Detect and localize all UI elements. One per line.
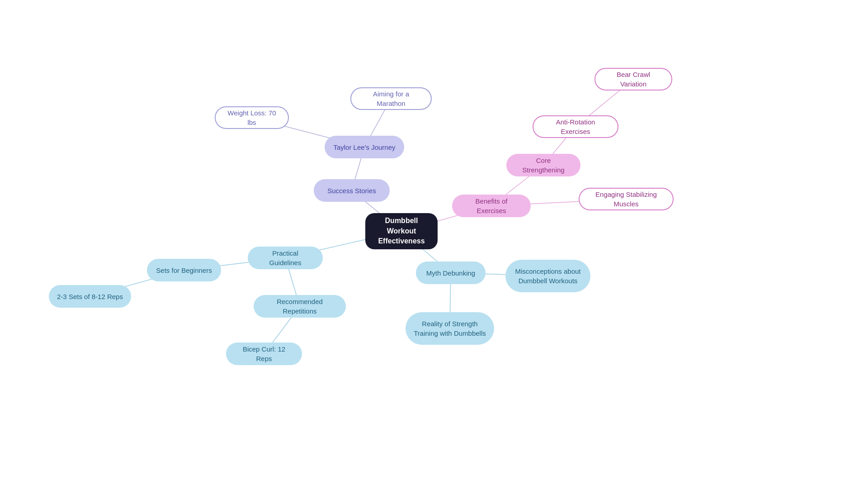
node-engagingStabilizing[interactable]: Engaging Stabilizing Muscles [579, 188, 674, 210]
node-bicepCurl[interactable]: Bicep Curl: 12 Reps [226, 343, 302, 365]
node-misconceptions[interactable]: Misconceptions about Dumbbell Workouts [505, 260, 590, 292]
node-realityStrength[interactable]: Reality of Strength Training with Dumbbe… [406, 312, 494, 345]
node-practicalGuidelines[interactable]: Practical Guidelines [248, 247, 323, 269]
node-coreStrengthening[interactable]: Core Strengthening [506, 154, 580, 176]
node-sets2to3[interactable]: 2-3 Sets of 8-12 Reps [49, 285, 131, 308]
node-mythDebunking[interactable]: Myth Debunking [416, 262, 486, 284]
node-benefitsExercises[interactable]: Benefits of Exercises [452, 195, 531, 217]
node-center[interactable]: Dumbbell Workout Effectiveness [365, 213, 438, 249]
mind-map: Dumbbell Workout EffectivenessSuccess St… [0, 0, 868, 490]
node-setsBeginners[interactable]: Sets for Beginners [147, 259, 221, 281]
node-recommendedReps[interactable]: Recommended Repetitions [254, 295, 346, 318]
node-bearCrawl[interactable]: Bear Crawl Variation [594, 68, 672, 90]
node-aimingMarathon[interactable]: Aiming for a Marathon [350, 87, 432, 110]
node-weightLoss[interactable]: Weight Loss: 70 lbs [215, 106, 289, 129]
node-successStories[interactable]: Success Stories [314, 179, 390, 202]
node-taylorLee[interactable]: Taylor Lee's Journey [325, 136, 404, 158]
node-antiRotation[interactable]: Anti-Rotation Exercises [533, 115, 618, 138]
